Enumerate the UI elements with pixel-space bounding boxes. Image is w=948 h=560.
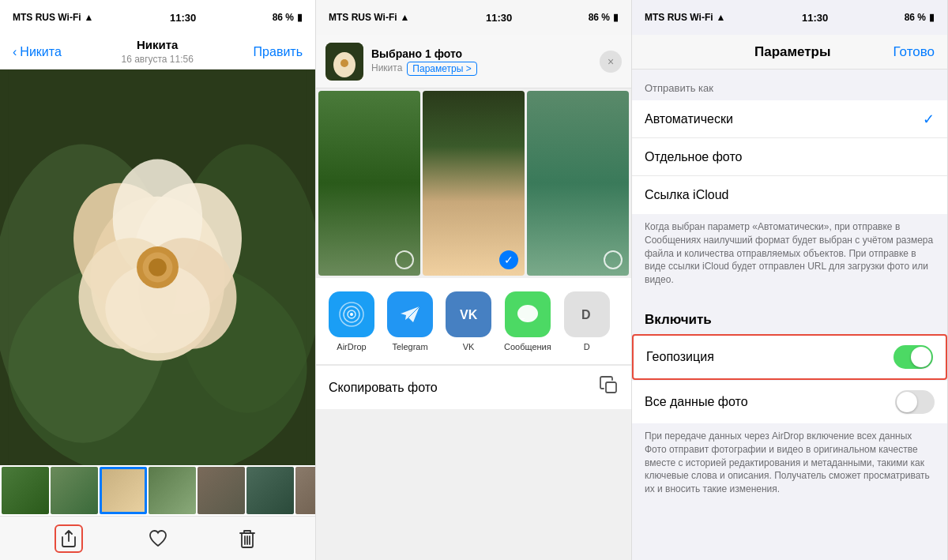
share-thumbnail [325,43,363,81]
trash-icon [239,529,255,548]
phone1-back-button[interactable]: ‹ Никита [13,45,62,59]
auto-option-label: Автоматически [645,112,923,126]
phone1-navbar: ‹ Никита Никита 16 августа 11:56 Править [0,35,315,70]
photo1-select[interactable] [395,250,414,269]
thumbnail-strip [0,465,315,516]
share-username: Никита [371,62,402,73]
action-row[interactable]: Скопировать фото [316,365,631,409]
edit-button[interactable]: Править [254,45,303,59]
carrier-text: MTS RUS Wi-Fi [13,12,81,23]
settings-body: Отправить как Автоматически ✓ Отдельное … [632,70,947,560]
p2-wifi-icon: ▲ [401,12,410,23]
close-button[interactable]: × [600,51,622,73]
photo-date: 16 августа 11:56 [122,54,194,65]
geoposition-toggle[interactable] [893,345,933,369]
phone2-time: 11:30 [486,12,512,24]
svg-point-13 [149,258,167,276]
photo2-selected[interactable]: ✓ [499,250,518,269]
settings-title: Параметры [754,44,831,60]
all-data-row[interactable]: Все данные фото [632,381,947,423]
phone1-time: 11:30 [170,12,196,24]
send-icloud-row[interactable]: Ссылка iCloud [632,176,947,214]
photo-option-label: Отдельное фото [645,150,935,164]
wifi-icon: ▲ [85,12,94,23]
thumbnail-1[interactable] [2,467,49,514]
more-app[interactable]: D D [564,291,610,351]
thumbnail-3[interactable] [100,467,147,514]
all-data-toggle[interactable] [895,390,935,414]
telegram-icon-bg [387,291,433,337]
settings-navbar: Параметры Готово [632,35,947,70]
phone2-frame: MTS RUS Wi-Fi ▲ 11:30 86 % ▮ Выбрано 1 ф… [316,0,632,560]
grid-photo-3[interactable] [527,91,629,276]
phone3-carrier: MTS RUS Wi-Fi ▲ [645,12,725,23]
p2-battery-icon: ▮ [613,12,619,23]
photo-grid: ✓ [316,88,631,278]
thumbnail-5[interactable] [198,467,245,514]
share-header: Выбрано 1 фото Никита Параметры > × [316,35,631,88]
thumbnail-2[interactable] [51,467,98,514]
send-as-description: Когда выбран параметр «Автоматически», п… [632,214,947,299]
grid-photo-1[interactable] [318,91,420,276]
send-auto-row[interactable]: Автоматически ✓ [632,100,947,138]
p3-carrier-text: MTS RUS Wi-Fi [645,12,713,23]
p3-battery-icon: ▮ [929,12,935,23]
telegram-icon [397,302,423,327]
messages-label: Сообщения [504,342,551,351]
svg-text:VK: VK [460,308,478,321]
grid-photo-2[interactable]: ✓ [423,91,525,276]
svg-text:D: D [581,308,591,321]
trash-button[interactable] [233,524,261,553]
phone2-status-bar: MTS RUS Wi-Fi ▲ 11:30 86 % ▮ [316,0,631,35]
send-photo-row[interactable]: Отдельное фото [632,138,947,176]
params-link[interactable]: Параметры > [407,62,476,76]
share-info: Выбрано 1 фото Никита Параметры > [371,47,592,76]
p2-carrier-text: MTS RUS Wi-Fi [329,12,397,23]
phone3-battery: 86 % ▮ [905,12,935,23]
app-row: AirDrop Telegram VK VK [316,278,631,365]
heart-button[interactable] [144,524,172,553]
share-photo-thumb [325,43,363,81]
all-data-card: Все данные фото [632,381,947,423]
done-button[interactable]: Готово [893,44,935,60]
geoposition-card: Геопозиция [632,334,947,380]
telegram-label: Telegram [392,342,427,351]
telegram-app[interactable]: Telegram [387,291,433,351]
send-as-card: Автоматически ✓ Отдельное фото Ссылка iC… [632,100,947,214]
phone1-frame: MTS RUS Wi-Fi ▲ 11:30 86 % ▮ ‹ Никита Ни… [0,0,316,560]
thumbnail-6[interactable] [246,467,294,514]
vk-icon: VK [456,302,481,327]
svg-point-22 [517,305,538,322]
p2-battery-text: 86 % [589,12,610,23]
main-photo[interactable] [0,70,315,465]
thumbnail-7[interactable] [295,467,315,514]
airdrop-label: AirDrop [337,342,366,351]
share-button[interactable] [55,524,83,553]
photo3-select[interactable] [604,250,623,269]
phone1-battery: 86 % ▮ [273,12,303,23]
thumbnail-4[interactable] [149,467,196,514]
airdrop-app[interactable]: AirDrop [329,291,374,351]
phone2-battery: 86 % ▮ [589,12,619,23]
photo-album-title: Никита [122,38,194,51]
copy-photo-label: Скопировать фото [329,381,438,395]
airdrop-icon [339,302,364,327]
vk-label: VK [463,342,475,351]
copy-icon-svg [600,376,619,395]
p3-battery-text: 86 % [905,12,926,23]
chevron-left-icon: ‹ [13,45,17,59]
vk-app[interactable]: VK VK [446,291,491,351]
svg-point-16 [340,59,348,67]
back-label: Никита [20,45,61,59]
phone1-status-bar: MTS RUS Wi-Fi ▲ 11:30 86 % ▮ [0,0,315,35]
include-title: Включить [632,299,947,334]
messages-app[interactable]: Сообщения [504,291,551,351]
phone3-status-bar: MTS RUS Wi-Fi ▲ 11:30 86 % ▮ [632,0,947,35]
bottom-toolbar [0,516,315,560]
airdrop-icon-bg [329,291,374,337]
phone3-time: 11:30 [802,12,828,24]
all-data-label: Все данные фото [645,395,895,409]
svg-point-20 [350,313,353,316]
geoposition-row[interactable]: Геопозиция [634,336,946,378]
checkmark-icon: ✓ [923,111,935,128]
